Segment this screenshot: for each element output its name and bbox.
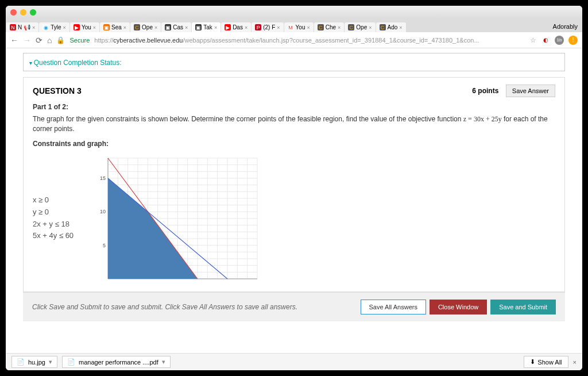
tab-favicon: ▣ bbox=[103, 24, 110, 30]
tab-close-icon[interactable]: × bbox=[214, 25, 217, 30]
constraint-line: 5x + 4y ≤ 60 bbox=[33, 230, 74, 242]
tab-label: Ado bbox=[388, 24, 398, 30]
completion-status[interactable]: ▾ Question Completion Status: bbox=[23, 53, 565, 71]
question-description: The graph for the given constraints is s… bbox=[33, 114, 555, 134]
back-icon[interactable]: ← bbox=[10, 36, 18, 45]
browser-tab[interactable]: P(2) F× bbox=[252, 22, 283, 32]
dropdown-icon[interactable]: ▾ bbox=[49, 358, 52, 366]
tab-label: You bbox=[296, 24, 305, 30]
tab-close-icon[interactable]: × bbox=[185, 25, 188, 30]
bookmark-icon[interactable]: ☆ bbox=[530, 36, 536, 44]
traffic-lights bbox=[10, 9, 36, 16]
tab-favicon: C bbox=[318, 24, 324, 30]
titlebar bbox=[6, 6, 582, 18]
download-item[interactable]: 📄manager performance ....pdf▾ bbox=[62, 356, 171, 368]
tab-label: Sea bbox=[111, 24, 122, 30]
tab-close-icon[interactable]: × bbox=[123, 25, 126, 30]
tab-favicon: C bbox=[380, 24, 386, 30]
question-header: QUESTION 3 6 points Save Answer bbox=[33, 85, 555, 97]
tab-close-icon[interactable]: × bbox=[369, 25, 372, 30]
browser-tab[interactable]: ▣Cas× bbox=[161, 22, 191, 32]
extension-icon-3[interactable]: ! bbox=[568, 36, 578, 45]
browser-tab[interactable]: MYou× bbox=[284, 22, 314, 32]
minimize-window-icon[interactable] bbox=[20, 9, 26, 16]
browser-tab[interactable]: NN 📢× bbox=[6, 22, 38, 32]
browser-tab[interactable]: COpe× bbox=[345, 22, 375, 32]
download-filename: hu.jpg bbox=[28, 359, 45, 366]
browser-tab[interactable]: ▶You× bbox=[70, 22, 99, 32]
graph-area: x ≥ 0y ≥ 02x + y ≤ 185x + 4y ≤ 60 51015 bbox=[33, 152, 555, 285]
dropdown-icon: ▾ bbox=[29, 60, 34, 66]
tab-favicon: P bbox=[255, 24, 261, 30]
tab-favicon: N bbox=[10, 24, 16, 30]
save-submit-button[interactable]: Save and Submit bbox=[490, 300, 556, 314]
question-title: QUESTION 3 bbox=[33, 86, 82, 95]
tab-close-icon[interactable]: × bbox=[63, 25, 66, 30]
action-bar: Click Save and Submit to save and submit… bbox=[23, 292, 565, 321]
action-hint: Click Save and Submit to save and submit… bbox=[32, 303, 297, 311]
save-all-button[interactable]: Save All Answers bbox=[361, 300, 426, 314]
chart-svg: 51015 bbox=[91, 152, 263, 285]
svg-text:10: 10 bbox=[100, 209, 106, 214]
browser-tab[interactable]: ▣Tak× bbox=[192, 22, 220, 32]
constraint-line: x ≥ 0 bbox=[33, 194, 74, 206]
tab-close-icon[interactable]: × bbox=[245, 25, 247, 30]
save-answer-button[interactable]: Save Answer bbox=[506, 85, 555, 97]
file-icon: 📄 bbox=[17, 358, 25, 366]
extension-icon-2[interactable]: 1b bbox=[555, 36, 564, 45]
tab-favicon: M bbox=[288, 24, 294, 30]
tab-close-icon[interactable]: × bbox=[307, 25, 310, 30]
reload-icon[interactable]: ⟳ bbox=[36, 36, 42, 45]
tab-close-icon[interactable]: × bbox=[277, 25, 280, 30]
tab-close-icon[interactable]: × bbox=[338, 25, 341, 30]
svg-marker-37 bbox=[108, 178, 198, 279]
tab-label: Tak bbox=[203, 24, 212, 30]
part-label: Part 1 of 2: bbox=[33, 103, 555, 111]
tab-close-icon[interactable]: × bbox=[154, 25, 157, 30]
tab-label: Tyle bbox=[51, 24, 61, 30]
browser-tab[interactable]: CAdo× bbox=[376, 22, 406, 32]
chart: 51015 bbox=[91, 152, 263, 285]
tab-label: Ope bbox=[142, 24, 153, 30]
tab-favicon: ◉ bbox=[42, 24, 49, 30]
tab-favicon: ▶ bbox=[225, 24, 231, 30]
question-body: Part 1 of 2: The graph for the given con… bbox=[33, 103, 555, 285]
constraint-line: 2x + y ≤ 18 bbox=[33, 218, 74, 231]
tab-strip: NN 📢×◉Tyle×▶You×▣Sea×COpe×▣Cas×▣Tak×▶Das… bbox=[6, 18, 582, 32]
url-field[interactable]: https://cyberactive.bellevue.edu/webapps… bbox=[94, 37, 525, 44]
file-icon: 📄 bbox=[67, 358, 75, 366]
browser-tab[interactable]: ▣Sea× bbox=[100, 22, 130, 32]
tab-favicon: ▣ bbox=[195, 24, 202, 30]
download-filename: manager performance ....pdf bbox=[79, 359, 158, 366]
points-label: 6 points bbox=[472, 87, 498, 95]
adorably-label: Adorably bbox=[548, 21, 582, 32]
browser-tab[interactable]: CChe× bbox=[314, 22, 345, 32]
show-all-button[interactable]: ⬇ Show All bbox=[524, 356, 568, 368]
extension-icon-1[interactable]: ◐ bbox=[541, 36, 550, 45]
browser-window: NN 📢×◉Tyle×▶You×▣Sea×COpe×▣Cas×▣Tak×▶Das… bbox=[6, 6, 582, 370]
close-downloads-icon[interactable]: × bbox=[573, 359, 577, 366]
status-label: Question Completion Status: bbox=[34, 59, 122, 67]
dropdown-icon[interactable]: ▾ bbox=[162, 358, 165, 366]
constraints-list: x ≥ 0y ≥ 02x + y ≤ 185x + 4y ≤ 60 bbox=[33, 194, 74, 242]
close-window-icon[interactable] bbox=[10, 9, 17, 16]
downloads-bar: 📄hu.jpg▾📄manager performance ....pdf▾ ⬇ … bbox=[6, 353, 582, 370]
forward-icon[interactable]: → bbox=[23, 36, 31, 45]
tab-close-icon[interactable]: × bbox=[93, 25, 96, 30]
home-icon[interactable]: ⌂ bbox=[47, 36, 52, 45]
maximize-window-icon[interactable] bbox=[30, 9, 36, 16]
browser-tab[interactable]: ◉Tyle× bbox=[39, 22, 69, 32]
browser-tab[interactable]: ▶Das× bbox=[221, 22, 251, 32]
tab-favicon: ▣ bbox=[165, 24, 171, 30]
tab-label: You bbox=[82, 24, 91, 30]
browser-tab[interactable]: COpe× bbox=[130, 22, 161, 32]
lock-icon: 🔒 bbox=[56, 36, 65, 44]
tab-close-icon[interactable]: × bbox=[399, 25, 402, 30]
tab-close-icon[interactable]: × bbox=[32, 25, 35, 30]
tab-label: Das bbox=[233, 24, 243, 30]
question-card: QUESTION 3 6 points Save Answer Part 1 o… bbox=[23, 77, 565, 292]
download-item[interactable]: 📄hu.jpg▾ bbox=[11, 356, 57, 368]
download-items: 📄hu.jpg▾📄manager performance ....pdf▾ bbox=[11, 356, 171, 368]
close-window-button[interactable]: Close Window bbox=[430, 300, 487, 314]
tab-label: Ope bbox=[356, 24, 367, 30]
